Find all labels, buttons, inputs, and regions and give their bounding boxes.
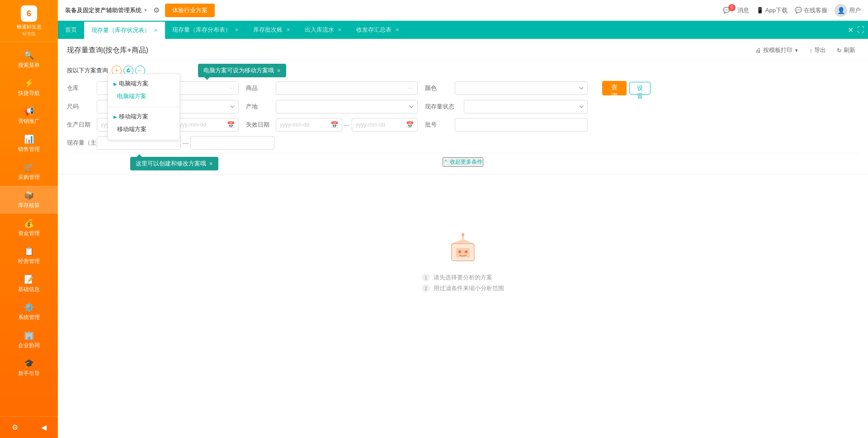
export-icon: ↑ <box>810 47 813 54</box>
sidebar-item-inventory[interactable]: 📦 库存核算 <box>0 186 58 214</box>
sidebar-item-finance[interactable]: 💰 资金管理 <box>0 214 58 242</box>
query-btn[interactable]: 查询 <box>602 81 627 95</box>
system-title-text: 装备及固定资产辅助管理系统 <box>65 6 142 14</box>
notification-action[interactable]: 💬 6 消息 <box>723 6 749 14</box>
export-btn[interactable]: ↑ 导出 <box>806 44 830 56</box>
mfg-date-end[interactable]: yyyy-mm-dd 📅 <box>173 118 239 132</box>
user-action[interactable]: 👤 用户 <box>835 4 861 17</box>
dropdown-arrow-icon: ▼ <box>143 8 148 13</box>
scheme-mobile-item[interactable]: 移动端方案 <box>108 122 179 136</box>
filter-header: 按以下方案查询 + ← ▶ 电脑端方案 <box>67 66 859 75</box>
header-gear-btn[interactable]: ⚙ <box>153 6 160 14</box>
brand-name: 畅通好生意 <box>17 24 42 30</box>
tab-recv-send-summary[interactable]: 收发存汇总表 ✕ <box>349 21 406 39</box>
scheme-desktop-section: ▶ 电脑端方案 电脑端方案 <box>108 74 179 107</box>
page-actions: 🖨 按模板打印 ▼ ↑ 导出 ↻ 刷新 <box>752 44 859 56</box>
sidebar-item-basic-info[interactable]: 📝 基础信息 <box>0 270 58 298</box>
scheme-panel: ▶ 电脑端方案 电脑端方案 ▶ 移动端方案 <box>108 74 180 140</box>
sidebar-item-enterprise[interactable]: 🏢 企业协同 <box>0 326 58 354</box>
brand-badge: 标准版 <box>22 31 36 37</box>
enterprise-icon: 🏢 <box>24 330 34 340</box>
tab-close-in-out-flow[interactable]: ✕ <box>338 27 342 33</box>
collapse-up-icon: ⌃ <box>443 159 448 165</box>
scheme-desktop-item[interactable]: 电脑端方案 <box>108 89 179 103</box>
scheme-mobile-header[interactable]: ▶ 移动端方案 <box>108 111 179 122</box>
sidebar-item-label: 资金管理 <box>18 230 40 237</box>
settings-bottom-btn[interactable]: ⚙ <box>10 421 20 433</box>
tab-close-inventory-status[interactable]: ✕ <box>154 28 158 33</box>
collapse-sidebar-btn[interactable]: ◀ <box>39 421 48 433</box>
step-2-text: 用过滤条件来缩小分析范围 <box>434 284 504 292</box>
calendar-icon-2: 📅 <box>227 121 235 128</box>
warehouse-dots[interactable]: ··· <box>229 84 235 92</box>
size-label: 尺码 <box>67 103 94 111</box>
empty-state: 1 请先选择要分析的方案 2 用过滤条件来缩小分析范围 <box>422 226 504 295</box>
sidebar-item-marketing[interactable]: 📢 营销推广 <box>0 102 58 130</box>
filter-cell-exp-date: 失效日期 yyyy-mm-dd 📅 — yyyy-mm-dd 📅 <box>246 118 418 132</box>
chevron-right-icon: ▶ <box>113 114 117 119</box>
sidebar-item-quick-nav[interactable]: ⚡ 快捷导航 <box>0 74 58 102</box>
search-icon: 🔍 <box>24 50 34 60</box>
goods-dots[interactable]: ··· <box>408 84 414 92</box>
sidebar-item-label: 采购管理 <box>18 174 40 181</box>
main-area: 装备及固定资产辅助管理系统 ▼ ⚙ 体验行业方案 💬 6 消息 📱 App下载 … <box>58 0 868 438</box>
calendar-icon-4: 📅 <box>406 121 414 128</box>
guide-icon: 🎓 <box>24 358 34 368</box>
logo-icon: 6 <box>21 5 37 22</box>
stock-qty-max[interactable] <box>190 136 274 150</box>
sidebar-item-system[interactable]: ⚙️ 系统管理 <box>0 298 58 326</box>
filter-cell-stock-status: 现存量状态 <box>425 100 588 113</box>
sidebar-item-sales[interactable]: 📊 销售管理 <box>0 130 58 158</box>
calendar-icon-3: 📅 <box>330 121 338 128</box>
tab-close-recv-send-summary[interactable]: ✕ <box>395 27 399 33</box>
scheme-mobile-section: ▶ 移动端方案 移动端方案 <box>108 107 179 140</box>
sidebar-item-label: 搜索菜单 <box>18 61 40 69</box>
stock-status-select[interactable] <box>464 100 588 113</box>
color-select[interactable] <box>455 81 588 95</box>
tab-inventory-dist-label: 现存量（库存分布表） <box>172 26 231 34</box>
svg-point-5 <box>462 233 464 236</box>
scheme-desktop-header[interactable]: ▶ 电脑端方案 <box>108 78 179 89</box>
tab-batch-account[interactable]: 库存批次账 ✕ <box>246 21 297 39</box>
sidebar-item-label: 系统管理 <box>18 314 40 321</box>
tab-in-out-flow[interactable]: 出入库流水 ✕ <box>297 21 349 39</box>
quick-nav-icon: ⚡ <box>24 78 34 88</box>
svg-point-3 <box>465 250 467 253</box>
sidebar-logo: 6 畅通好生意 标准版 <box>0 0 58 42</box>
online-service-action[interactable]: 💬 在线客服 <box>795 6 827 14</box>
origin-select[interactable] <box>276 100 418 113</box>
template-print-btn[interactable]: 🖨 按模板打印 ▼ <box>752 44 802 56</box>
tab-inventory-dist[interactable]: 现存量（库存分布表） ✕ <box>165 21 246 39</box>
tab-close-inventory-dist[interactable]: ✕ <box>235 27 239 33</box>
tab-inventory-status[interactable]: 现存量（库存状况表） ✕ <box>84 21 165 39</box>
header-left: 装备及固定资产辅助管理系统 ▼ ⚙ 体验行业方案 <box>65 4 215 17</box>
empty-step-1: 1 请先选择要分析的方案 <box>422 273 504 282</box>
tooltip-1-close[interactable]: ✕ <box>277 68 281 74</box>
filter-row-4: 现存量（主） — <box>67 136 859 150</box>
sidebar-item-operations[interactable]: 📋 经营管理 <box>0 242 58 270</box>
collapse-btn-label: 收起更多条件 <box>450 158 482 166</box>
tab-home[interactable]: 首页 <box>58 21 84 39</box>
filter-row-1: 仓库 ··· 商品 ··· 颜色 <box>67 81 859 95</box>
collapse-btn[interactable]: ⌃ 收起更多条件 <box>443 157 483 167</box>
sidebar-item-search[interactable]: 🔍 搜索菜单 <box>0 46 58 74</box>
header-right: 💬 6 消息 📱 App下载 💬 在线客服 👤 用户 <box>723 4 861 17</box>
sidebar-item-guide[interactable]: 🎓 新手引导 <box>0 354 58 382</box>
exp-date-end[interactable]: yyyy-mm-dd 📅 <box>352 118 418 132</box>
trial-btn[interactable]: 体验行业方案 <box>165 4 215 17</box>
tab-minimize-btn[interactable]: ✕ <box>848 26 854 34</box>
scheme-mobile-item-label: 移动端方案 <box>117 126 146 132</box>
tooltip-2-close[interactable]: ✕ <box>209 161 213 167</box>
app-download-action[interactable]: 📱 App下载 <box>756 6 788 14</box>
tab-maximize-btn[interactable]: ⛶ <box>857 26 864 34</box>
exp-date-start[interactable]: yyyy-mm-dd 📅 <box>276 118 342 132</box>
top-header: 装备及固定资产辅助管理系统 ▼ ⚙ 体验行业方案 💬 6 消息 📱 App下载 … <box>58 0 868 21</box>
sidebar-item-purchase[interactable]: 🛒 采购管理 <box>0 158 58 186</box>
refresh-btn[interactable]: ↻ 刷新 <box>833 44 859 56</box>
sidebar-item-label: 营销推广 <box>18 118 40 125</box>
batch-input[interactable] <box>455 118 588 132</box>
user-avatar: 👤 <box>835 4 847 17</box>
tab-close-batch-account[interactable]: ✕ <box>286 27 290 33</box>
system-title-dropdown[interactable]: 装备及固定资产辅助管理系统 ▼ <box>65 6 148 14</box>
reset-btn[interactable]: 设置 <box>629 82 651 94</box>
